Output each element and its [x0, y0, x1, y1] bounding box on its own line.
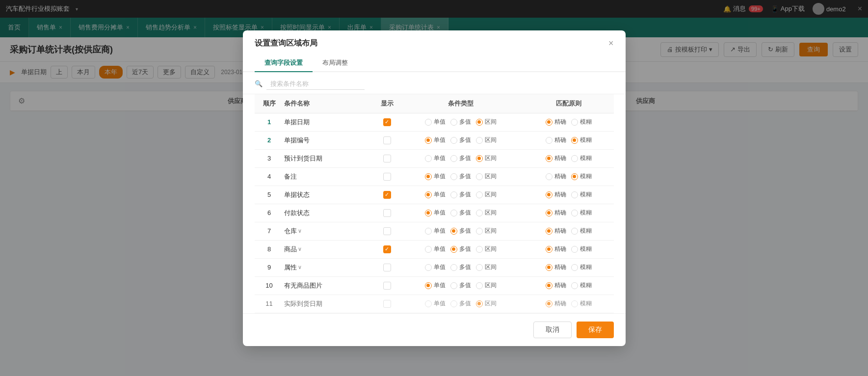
row7-display-cb[interactable]	[383, 227, 391, 235]
row3-match-fuzzy[interactable]: 模糊	[571, 154, 592, 162]
row7-match-exact[interactable]: 精确	[546, 227, 566, 235]
radio-icon	[425, 228, 432, 235]
row9-display-cb[interactable]	[383, 264, 391, 271]
row1-match-exact[interactable]: 精确	[546, 118, 566, 126]
cancel-button[interactable]: 取消	[533, 322, 572, 338]
row11-type-multi[interactable]: 多值	[450, 299, 471, 308]
row4-type-range[interactable]: 区间	[476, 172, 497, 181]
row8-order: 8	[267, 245, 271, 253]
row2-type-multi[interactable]: 多值	[450, 136, 471, 144]
radio-icon	[450, 191, 457, 198]
table-row: 1 单据日期 单值 多值 区间 精确 模糊	[255, 113, 614, 132]
save-button[interactable]: 保存	[577, 322, 614, 338]
row2-display-cb[interactable]	[383, 136, 391, 144]
row10-type-range[interactable]: 区间	[476, 281, 497, 290]
row3-type-single[interactable]: 单值	[425, 154, 446, 162]
row1-type-single[interactable]: 单值	[425, 118, 446, 126]
row9-type-multi[interactable]: 多值	[450, 263, 471, 271]
dialog-tabs: 查询字段设置 布局调整	[243, 54, 626, 72]
radio-icon	[571, 191, 578, 198]
col-display: 显示	[372, 99, 402, 108]
dialog-close-btn[interactable]: ×	[608, 39, 614, 48]
row5-match-fuzzy[interactable]: 模糊	[571, 190, 592, 199]
row1-order: 1	[267, 118, 271, 126]
row9-name: 属性 ∨	[284, 263, 372, 272]
row7-type-multi[interactable]: 多值	[450, 227, 471, 235]
radio-icon	[546, 137, 552, 144]
row6-type-range[interactable]: 区间	[476, 209, 497, 217]
dialog-table-header: 顺序 条件名称 显示 条件类型 匹配原则	[255, 94, 614, 113]
search-input[interactable]	[266, 78, 365, 90]
table-row: 5 单据状态 单值 多值 区间 精确 模糊	[255, 186, 614, 204]
row6-match-fuzzy[interactable]: 模糊	[571, 209, 592, 217]
row4-type-single[interactable]: 单值	[425, 172, 446, 181]
row8-display-cb[interactable]	[383, 245, 391, 253]
row5-type-range[interactable]: 区间	[476, 190, 497, 199]
row11-display-cb[interactable]	[383, 300, 391, 308]
row5-match-exact[interactable]: 精确	[546, 190, 566, 199]
row5-type-single[interactable]: 单值	[425, 190, 446, 199]
row11-type-single[interactable]: 单值	[425, 299, 446, 308]
row4-display-cb[interactable]	[383, 173, 391, 181]
radio-icon	[450, 119, 457, 126]
row11-type-range[interactable]: 区间	[476, 299, 497, 308]
row8-type-single[interactable]: 单值	[425, 245, 446, 253]
radio-icon	[425, 246, 432, 253]
radio-icon	[546, 264, 552, 271]
radio-icon	[571, 264, 578, 271]
row10-type-multi[interactable]: 多值	[450, 281, 471, 290]
row9-match-fuzzy[interactable]: 模糊	[571, 263, 592, 271]
row7-type-single[interactable]: 单值	[425, 227, 446, 235]
row2-type-single[interactable]: 单值	[425, 136, 446, 144]
row3-match-exact[interactable]: 精确	[546, 154, 566, 162]
row6-display-cb[interactable]	[383, 209, 391, 217]
row1-display-cb[interactable]	[383, 118, 391, 126]
radio-icon	[546, 300, 552, 307]
row2-order: 2	[267, 136, 271, 144]
row5-match-group: 精确 模糊	[546, 190, 592, 199]
radio-icon	[425, 264, 432, 271]
row5-type-multi[interactable]: 多值	[450, 190, 471, 199]
row9-type-range[interactable]: 区间	[476, 263, 497, 271]
row1-match-fuzzy[interactable]: 模糊	[571, 118, 592, 126]
row8-type-multi[interactable]: 多值	[450, 245, 471, 253]
radio-icon	[450, 300, 457, 307]
row11-match-exact[interactable]: 精确	[546, 299, 566, 308]
row7-match-fuzzy[interactable]: 模糊	[571, 227, 592, 235]
radio-icon	[425, 282, 432, 289]
row6-match-exact[interactable]: 精确	[546, 209, 566, 217]
radio-icon	[546, 282, 552, 289]
row9-match-exact[interactable]: 精确	[546, 263, 566, 271]
row5-display-cb[interactable]	[383, 191, 391, 199]
row1-name: 单据日期	[284, 118, 372, 127]
row10-type-single[interactable]: 单值	[425, 281, 446, 290]
row1-type-multi[interactable]: 多值	[450, 118, 471, 126]
table-row: 3 预计到货日期 单值 多值 区间 精确 模糊	[255, 150, 614, 168]
row8-match-fuzzy[interactable]: 模糊	[571, 245, 592, 253]
row2-type-range[interactable]: 区间	[476, 136, 497, 144]
row8-match-exact[interactable]: 精确	[546, 245, 566, 253]
row10-match-fuzzy[interactable]: 模糊	[571, 281, 592, 290]
row3-type-multi[interactable]: 多值	[450, 154, 471, 162]
row2-match-exact[interactable]: 精确	[546, 136, 566, 144]
row4-match-exact[interactable]: 精确	[546, 172, 566, 181]
row11-order: 11	[265, 300, 272, 307]
row4-match-fuzzy[interactable]: 模糊	[571, 172, 592, 181]
row9-type-single[interactable]: 单值	[425, 263, 446, 271]
dialog-tab-layout[interactable]: 布局调整	[313, 54, 358, 72]
row7-type-range[interactable]: 区间	[476, 227, 497, 235]
row10-display-cb[interactable]	[383, 282, 391, 290]
row6-type-multi[interactable]: 多值	[450, 209, 471, 217]
row3-type-range[interactable]: 区间	[476, 154, 497, 162]
table-row: 4 备注 单值 多值 区间 精确 模糊	[255, 168, 614, 186]
dialog-tab-query-fields[interactable]: 查询字段设置	[255, 54, 313, 72]
row4-type-multi[interactable]: 多值	[450, 172, 471, 181]
row10-match-exact[interactable]: 精确	[546, 281, 566, 290]
row8-type-range[interactable]: 区间	[476, 245, 497, 253]
row6-type-single[interactable]: 单值	[425, 209, 446, 217]
radio-icon	[425, 300, 432, 307]
row3-display-cb[interactable]	[383, 155, 391, 162]
row1-type-range[interactable]: 区间	[476, 118, 497, 126]
row11-match-fuzzy[interactable]: 模糊	[571, 299, 592, 308]
row2-match-fuzzy[interactable]: 模糊	[571, 136, 592, 144]
